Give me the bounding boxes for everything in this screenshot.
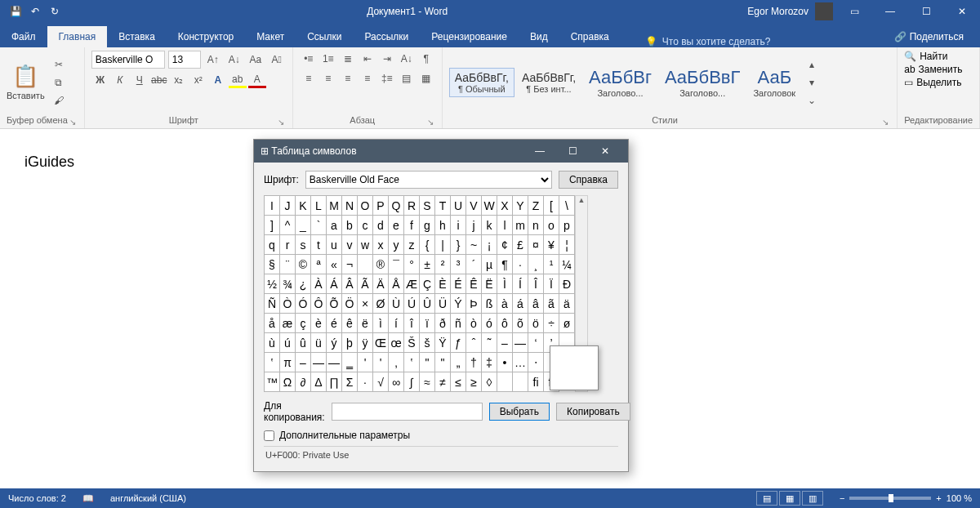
char-cell[interactable]: ×: [358, 294, 373, 314]
style-item-0[interactable]: АаБбВвГг,¶ Обычный: [449, 68, 514, 97]
char-cell[interactable]: â: [528, 294, 544, 314]
char-cell[interactable]: ã: [544, 294, 559, 314]
char-cell[interactable]: Y: [513, 196, 528, 216]
redo-icon[interactable]: ↻: [47, 4, 62, 19]
char-cell[interactable]: u: [327, 235, 342, 255]
char-cell[interactable]: ü: [311, 333, 327, 353]
char-cell[interactable]: æ: [280, 314, 296, 333]
char-cell[interactable]: °: [404, 255, 420, 274]
char-cell[interactable]: ½: [265, 274, 280, 294]
char-cell[interactable]: ]: [265, 216, 280, 235]
char-cell[interactable]: i: [451, 216, 466, 235]
char-cell[interactable]: ä: [559, 294, 575, 314]
char-cell[interactable]: ±: [420, 255, 435, 274]
char-cell[interactable]: «: [327, 255, 342, 274]
char-cell[interactable]: ≠: [435, 372, 451, 392]
char-cell[interactable]: h: [435, 216, 451, 235]
char-cell[interactable]: ³: [451, 255, 466, 274]
char-cell[interactable]: ˜: [482, 333, 497, 353]
char-cell[interactable]: Σ: [342, 372, 358, 392]
zoom-out-icon[interactable]: −: [840, 493, 844, 503]
char-cell[interactable]: a: [327, 216, 342, 235]
char-cell[interactable]: ©: [296, 255, 311, 274]
increase-indent-icon[interactable]: ⇥: [378, 51, 396, 67]
char-cell[interactable]: [513, 372, 528, 392]
char-cell[interactable]: ß: [482, 294, 497, 314]
char-cell[interactable]: g: [420, 216, 435, 235]
char-cell[interactable]: ¬: [342, 255, 358, 274]
paragraph-launcher-icon[interactable]: ↘: [425, 118, 435, 127]
tell-me-search[interactable]: 💡 Что вы хотите сделать?: [621, 36, 879, 47]
char-cell[interactable]: ò: [466, 314, 482, 333]
char-cell[interactable]: ²: [435, 255, 451, 274]
char-cell[interactable]: ≤: [451, 372, 466, 392]
char-cell[interactable]: Ô: [311, 294, 327, 314]
char-cell[interactable]: Œ: [373, 333, 389, 353]
status-spellcheck-icon[interactable]: 📖: [82, 493, 94, 504]
char-cell[interactable]: þ: [342, 333, 358, 353]
char-cell[interactable]: U: [451, 196, 466, 216]
char-cell[interactable]: £: [513, 235, 528, 255]
char-cell[interactable]: ≥: [466, 372, 482, 392]
char-cell[interactable]: v: [342, 235, 358, 255]
view-print-icon[interactable]: ▦: [779, 491, 800, 506]
charmap-font-select[interactable]: Baskerville Old Face: [305, 171, 552, 189]
char-cell[interactable]: M: [327, 196, 342, 216]
charmap-select-button[interactable]: Выбрать: [489, 403, 550, 421]
save-icon[interactable]: 💾: [8, 4, 23, 19]
char-cell[interactable]: †: [466, 353, 482, 372]
tab-file[interactable]: Файл: [0, 26, 47, 47]
char-cell[interactable]: Í: [513, 274, 528, 294]
tab-home[interactable]: Главная: [47, 26, 108, 47]
char-cell[interactable]: ®: [373, 255, 389, 274]
tab-view[interactable]: Вид: [519, 26, 559, 47]
char-cell[interactable]: `: [311, 216, 327, 235]
charmap-copy-button[interactable]: Копировать: [556, 403, 630, 421]
font-launcher-icon[interactable]: ↘: [276, 118, 286, 127]
char-cell[interactable]: ": [420, 353, 435, 372]
char-cell[interactable]: ': [373, 353, 389, 372]
char-cell[interactable]: ∂: [296, 372, 311, 392]
char-cell[interactable]: ­: [358, 255, 373, 274]
tab-references[interactable]: Ссылки: [296, 26, 353, 47]
char-cell[interactable]: Þ: [466, 294, 482, 314]
char-cell[interactable]: ¾: [280, 274, 296, 294]
char-cell[interactable]: ì: [373, 314, 389, 333]
status-language[interactable]: английский (США): [110, 493, 186, 503]
shrink-font-icon[interactable]: A↓: [225, 51, 243, 68]
char-cell[interactable]: î: [404, 314, 420, 333]
char-cell[interactable]: Æ: [404, 274, 420, 294]
char-cell[interactable]: I: [265, 196, 280, 216]
char-cell[interactable]: Š: [404, 333, 420, 353]
strike-button[interactable]: abc: [150, 72, 168, 88]
char-cell[interactable]: Δ: [311, 372, 327, 392]
char-cell[interactable]: N: [342, 196, 358, 216]
char-cell[interactable]: Î: [528, 274, 544, 294]
char-cell[interactable]: ï: [420, 314, 435, 333]
char-cell[interactable]: è: [311, 314, 327, 333]
char-cell[interactable]: ‛: [404, 353, 420, 372]
char-cell[interactable]: s: [296, 235, 311, 255]
char-cell[interactable]: O: [358, 196, 373, 216]
copy-icon[interactable]: ⧉: [50, 74, 68, 91]
char-cell[interactable]: ∙: [358, 372, 373, 392]
char-cell[interactable]: ∞: [389, 372, 404, 392]
grow-font-icon[interactable]: A↑: [204, 51, 222, 68]
zoom-value[interactable]: 100 %: [947, 493, 972, 503]
align-justify-icon[interactable]: ≡: [359, 70, 376, 87]
char-cell[interactable]: Ü: [435, 294, 451, 314]
char-cell[interactable]: Ç: [420, 274, 435, 294]
ribbon-options-icon[interactable]: ▭: [836, 0, 872, 23]
char-cell[interactable]: å: [265, 314, 280, 333]
dialog-maximize-icon[interactable]: ☐: [556, 145, 589, 157]
char-cell[interactable]: ö: [528, 314, 544, 333]
find-button[interactable]: 🔍Найти: [904, 51, 947, 62]
char-cell[interactable]: Ï: [544, 274, 559, 294]
charmap-copy-field[interactable]: [332, 403, 483, 421]
char-cell[interactable]: ô: [497, 314, 513, 333]
char-cell[interactable]: ¿: [296, 274, 311, 294]
char-cell[interactable]: [497, 372, 513, 392]
char-cell[interactable]: V: [466, 196, 482, 216]
scroll-up-icon[interactable]: ▲: [578, 196, 586, 204]
char-cell[interactable]: Ñ: [265, 294, 280, 314]
